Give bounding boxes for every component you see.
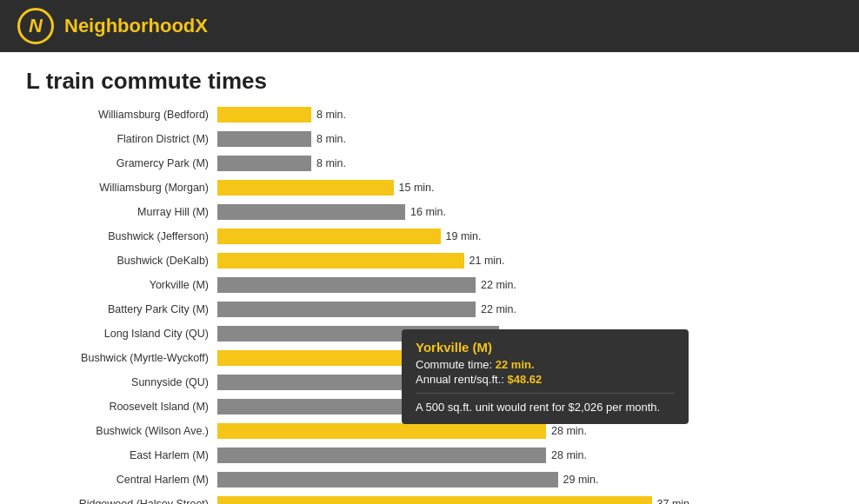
bar-value: 37 min. bbox=[657, 498, 693, 504]
bar-fill bbox=[217, 253, 464, 269]
brand-name: NeighborhoodX bbox=[64, 15, 208, 37]
bar-label: Williamsburg (Morgan) bbox=[17, 182, 217, 194]
bar-fill bbox=[217, 180, 394, 196]
bar-row: Long Island City (QU)24 min. bbox=[17, 322, 842, 345]
bar-row: Gramercy Park (M)8 min. bbox=[17, 152, 842, 175]
bar-row: Bushwick (Myrtle-Wyckoff)25 min. bbox=[17, 347, 842, 369]
bar-value: 28 min. bbox=[551, 449, 587, 461]
bar-track: 22 min. bbox=[217, 302, 842, 317]
bar-label: Bushwick (Wilson Ave.) bbox=[17, 425, 217, 437]
bar-value: 28 min. bbox=[551, 425, 587, 437]
bar-value: 26 min. bbox=[528, 376, 563, 388]
logo-icon: N bbox=[29, 15, 43, 37]
bar-label: Williamsburg (Bedford) bbox=[17, 109, 217, 121]
bar-track: 26 min. bbox=[217, 399, 842, 414]
bar-fill bbox=[217, 107, 311, 123]
bar-fill bbox=[217, 131, 311, 147]
bar-track: 25 min. bbox=[217, 350, 842, 366]
bar-fill bbox=[217, 448, 546, 463]
bar-track: 21 min. bbox=[217, 253, 842, 269]
bar-value: 25 min. bbox=[516, 352, 552, 364]
bars-wrapper: Williamsburg (Bedford)8 min.Flatiron Dis… bbox=[17, 103, 842, 504]
bar-row: Murray Hill (M)16 min. bbox=[17, 201, 842, 223]
bar-fill bbox=[217, 156, 311, 171]
bar-row: Williamsburg (Bedford)8 min. bbox=[17, 103, 842, 126]
bar-row: Battery Park City (M)22 min. bbox=[17, 298, 842, 321]
bar-fill bbox=[217, 350, 511, 366]
bar-track: 19 min. bbox=[217, 229, 842, 244]
app-header: N NeighborhoodX bbox=[0, 0, 859, 52]
bar-value: 8 min. bbox=[316, 133, 346, 145]
bar-value: 29 min. bbox=[563, 474, 599, 486]
bar-fill bbox=[217, 375, 523, 390]
bar-label: Roosevelt Island (M) bbox=[17, 401, 217, 413]
bar-fill bbox=[217, 229, 441, 244]
logo: N bbox=[17, 8, 54, 44]
bar-value: 24 min. bbox=[504, 328, 540, 340]
bar-value: 16 min. bbox=[410, 206, 446, 218]
bar-label: Battery Park City (M) bbox=[17, 303, 217, 315]
bar-value: 8 min. bbox=[316, 109, 346, 121]
bar-track: 22 min. bbox=[217, 277, 842, 293]
bar-label: Ridgewood (Halsey Street) bbox=[17, 498, 217, 504]
bar-label: Murray Hill (M) bbox=[17, 206, 217, 218]
bar-label: Bushwick (DeKalb) bbox=[17, 255, 217, 267]
bar-fill bbox=[217, 326, 499, 342]
bar-label: East Harlem (M) bbox=[17, 449, 217, 461]
bar-fill bbox=[217, 399, 523, 414]
bar-track: 8 min. bbox=[217, 107, 842, 123]
bar-label: Yorkville (M) bbox=[17, 279, 217, 291]
bar-fill bbox=[217, 302, 476, 317]
bar-track: 28 min. bbox=[217, 423, 842, 439]
bar-row: Flatiron District (M)8 min. bbox=[17, 128, 842, 150]
bar-track: 15 min. bbox=[217, 180, 842, 196]
bar-row: Central Harlem (M)29 min. bbox=[17, 468, 842, 491]
bar-label: Gramercy Park (M) bbox=[17, 157, 217, 169]
bar-label: Bushwick (Myrtle-Wyckoff) bbox=[17, 352, 217, 364]
bar-value: 15 min. bbox=[399, 182, 435, 194]
bar-label: Bushwick (Jefferson) bbox=[17, 230, 217, 242]
bar-label: Sunnyside (QU) bbox=[17, 376, 217, 388]
bar-row: Roosevelt Island (M)26 min. bbox=[17, 395, 842, 418]
page-title: L train commute times bbox=[0, 52, 859, 103]
bar-track: 8 min. bbox=[217, 131, 842, 147]
bar-row: Bushwick (DeKalb)21 min. bbox=[17, 249, 842, 272]
bar-value: 22 min. bbox=[481, 303, 516, 315]
bar-track: 29 min. bbox=[217, 472, 842, 487]
bar-value: 21 min. bbox=[469, 255, 505, 267]
bar-fill bbox=[217, 472, 558, 487]
bar-track: 28 min. bbox=[217, 448, 842, 463]
bar-row: Sunnyside (QU)26 min. bbox=[17, 371, 842, 394]
bar-value: 19 min. bbox=[446, 230, 482, 242]
bar-value: 8 min. bbox=[316, 157, 346, 169]
bar-value: 26 min. bbox=[528, 401, 563, 413]
bar-row: Yorkville (M)22 min. bbox=[17, 274, 842, 296]
bar-track: 37 min. bbox=[217, 496, 842, 504]
bar-label: Long Island City (QU) bbox=[17, 328, 217, 340]
bar-fill bbox=[217, 204, 405, 220]
bar-row: East Harlem (M)28 min. bbox=[17, 444, 842, 467]
bar-track: 26 min. bbox=[217, 375, 842, 390]
bar-fill bbox=[217, 423, 546, 439]
bar-track: 24 min. bbox=[217, 326, 842, 342]
bar-fill bbox=[217, 496, 652, 504]
bar-track: 8 min. bbox=[217, 156, 842, 171]
bar-row: Williamsburg (Morgan)15 min. bbox=[17, 176, 842, 199]
bar-fill bbox=[217, 277, 476, 293]
bar-label: Central Harlem (M) bbox=[17, 474, 217, 486]
bar-row: Ridgewood (Halsey Street)37 min. bbox=[17, 493, 842, 504]
bar-track: 16 min. bbox=[217, 204, 842, 220]
chart-container: Williamsburg (Bedford)8 min.Flatiron Dis… bbox=[0, 103, 859, 504]
bar-label: Flatiron District (M) bbox=[17, 133, 217, 145]
bar-row: Bushwick (Wilson Ave.)28 min. bbox=[17, 420, 842, 442]
bar-value: 22 min. bbox=[481, 279, 516, 291]
bar-row: Bushwick (Jefferson)19 min. bbox=[17, 225, 842, 248]
